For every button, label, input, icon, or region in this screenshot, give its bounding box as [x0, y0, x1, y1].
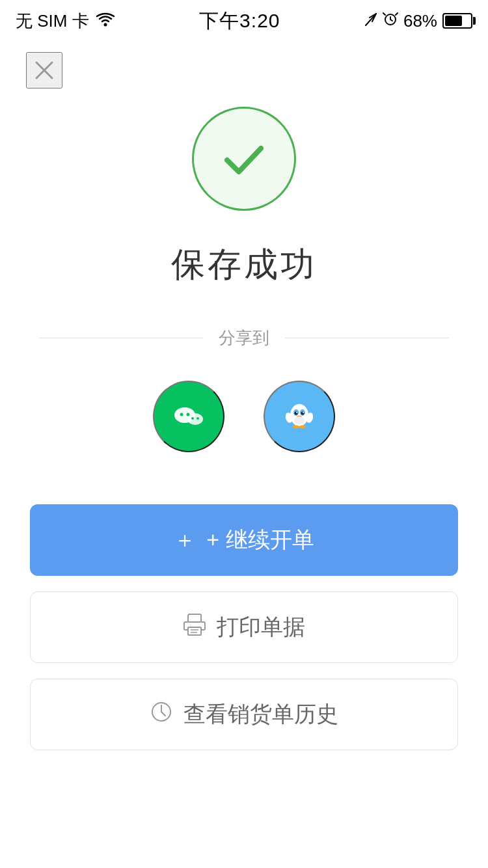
qq-icon [278, 396, 320, 437]
svg-point-22 [294, 416, 305, 424]
wechat-share-button[interactable] [153, 381, 224, 452]
svg-point-6 [180, 413, 183, 416]
share-icons [153, 381, 335, 452]
wechat-icon [168, 396, 210, 437]
status-right: 68% [364, 11, 472, 31]
main-content: 保存成功 分享到 [0, 42, 488, 750]
svg-rect-24 [188, 627, 201, 635]
svg-point-13 [295, 412, 298, 415]
wifi-icon [96, 11, 115, 31]
divider-left [39, 338, 203, 338]
location-icon [364, 11, 377, 31]
status-time: 下午3:20 [199, 8, 280, 34]
history-icon [150, 700, 173, 729]
divider-right [285, 338, 449, 338]
print-icon [183, 613, 206, 642]
continue-order-label: + 继续开单 [206, 525, 314, 555]
battery-icon [442, 13, 472, 29]
svg-point-19 [299, 426, 306, 429]
success-icon-circle [192, 107, 296, 211]
share-divider: 分享到 [0, 327, 488, 349]
svg-point-16 [303, 412, 304, 413]
share-label: 分享到 [203, 327, 285, 349]
checkmark-icon [218, 133, 270, 185]
status-bar: 无 SIM 卡 下午3:20 [0, 0, 488, 42]
battery-percentage: 68% [403, 11, 437, 31]
svg-rect-23 [188, 614, 201, 622]
svg-point-0 [103, 23, 107, 26]
print-button[interactable]: 打印单据 [30, 591, 458, 663]
svg-point-5 [187, 413, 203, 425]
success-title: 保存成功 [171, 242, 317, 288]
alarm-icon [383, 11, 398, 31]
carrier-label: 无 SIM 卡 [16, 10, 89, 33]
action-buttons: ＋ + 继续开单 打印单据 [0, 504, 488, 750]
print-label: 打印单据 [217, 612, 305, 642]
qq-share-button[interactable] [264, 381, 335, 452]
status-left: 无 SIM 卡 [16, 10, 115, 33]
svg-point-15 [296, 412, 297, 413]
close-button[interactable] [26, 52, 62, 88]
plus-icon: ＋ [174, 525, 196, 555]
history-button[interactable]: 查看销货单历史 [30, 679, 458, 750]
svg-point-9 [197, 417, 199, 420]
continue-order-button[interactable]: ＋ + 继续开单 [30, 504, 458, 576]
svg-point-7 [187, 413, 190, 416]
svg-point-18 [293, 426, 299, 429]
svg-point-14 [301, 412, 305, 415]
history-label: 查看销货单历史 [183, 699, 338, 729]
svg-point-8 [191, 417, 194, 420]
